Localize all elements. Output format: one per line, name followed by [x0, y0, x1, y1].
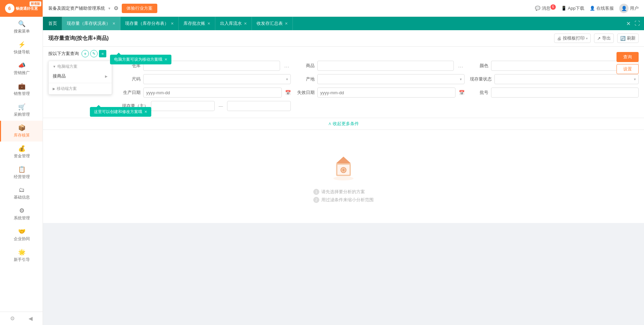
warehouse-dots[interactable]: … — [283, 63, 291, 69]
sidebar-item-system[interactable]: ⚙系统管理 — [0, 204, 43, 224]
tab-inventory-status[interactable]: 现存量（库存状况表） ✕ — [62, 17, 120, 30]
svg-point-0 — [333, 176, 354, 180]
query-btn[interactable]: 查询 — [616, 52, 639, 62]
stock-main-end[interactable] — [227, 101, 291, 111]
message-btn[interactable]: 💬 消息 6 — [535, 5, 556, 11]
mobile-scheme-label: 移动端方案 — [57, 86, 77, 92]
refresh-btn[interactable]: 🔄 刷新 — [617, 34, 639, 43]
message-badge: 6 — [550, 4, 556, 10]
tab-recv-send-summary[interactable]: 收发存汇总表 ✕ — [252, 17, 293, 30]
sidebar-item-marketing[interactable]: 📣营销推广 — [0, 58, 43, 79]
sidebar-item-inventory[interactable]: 📦库存核算 — [0, 121, 43, 142]
mobile-scheme-group[interactable]: ▶ 移动端方案 — [49, 85, 112, 93]
origin-label: 产地 — [296, 76, 315, 82]
product-input-area[interactable] — [317, 61, 454, 71]
expire-date-calendar-icon[interactable]: 📅 — [459, 90, 465, 95]
reset-btn[interactable]: 设置 — [616, 64, 639, 74]
tab-recv-send-summary-close[interactable]: ✕ — [285, 21, 288, 26]
filter-produce-date-row: 生产日期 📅 — [122, 88, 291, 98]
sidebar-label-search: 搜索菜单 — [14, 29, 30, 34]
sidebar-label-operations: 经营管理 — [14, 174, 30, 180]
sidebar-item-quick-nav[interactable]: ⚡快捷导航 — [0, 38, 43, 58]
industry-btn[interactable]: 体验行业方案 — [122, 4, 157, 13]
stock-main-start[interactable] — [151, 101, 215, 111]
sidebar-item-finance[interactable]: 💰资金管理 — [0, 142, 43, 162]
desktop-scheme-group[interactable]: ▼ 电脑端方案 — [49, 62, 112, 71]
tab-inventory-dist[interactable]: 现存量（库存分布表） ✕ — [120, 17, 179, 30]
tab-batch-account-close[interactable]: ✕ — [207, 21, 210, 26]
product-dots[interactable]: … — [457, 63, 465, 69]
collapse-arrow-icon: ▼ — [53, 65, 56, 68]
tab-home[interactable]: 首页 — [43, 17, 62, 30]
filter-stock-status-row: 现存量状态 — [470, 74, 639, 84]
tab-close-all-icon[interactable]: ✕ — [625, 19, 632, 28]
filter-header: 按以下方案查询 + ✎ « 电脑方案可设为移动方案哦 ✕ — [48, 50, 639, 57]
sidebar-badge: 标准版 — [30, 1, 41, 6]
system-dropdown-arrow[interactable]: ▾ — [108, 6, 110, 11]
app-download-btn[interactable]: 📱 App下载 — [561, 5, 584, 11]
header-left: 装备及固定资产辅助管理系统 ▾ ⚙ 体验行业方案 — [48, 4, 157, 13]
stock-status-select[interactable] — [494, 74, 639, 84]
filter-row4: 现存量（主） — — [122, 101, 639, 111]
export-btn[interactable]: ↗ 导出 — [594, 34, 614, 43]
sidebar-item-enterprise[interactable]: 🤝企业协同 — [0, 224, 43, 245]
sidebar-icon-sales: 💼 — [18, 83, 25, 90]
stock-status-select-wrap[interactable] — [494, 74, 639, 84]
size-select[interactable] — [143, 74, 291, 84]
online-service-btn[interactable]: 👤 在线客服 — [590, 5, 614, 11]
sidebar-item-purchase[interactable]: 🛒采购管理 — [0, 100, 43, 121]
edit-tooltip-close[interactable]: ✕ — [144, 110, 147, 114]
tab-fullscreen-icon[interactable]: ⛶ — [633, 19, 641, 28]
scheme-item-by-product[interactable]: 接商品 ▶ — [49, 71, 112, 82]
sidebar-logo: 6 畅捷通好生意 标准版 — [0, 0, 43, 17]
user-name: 用户 — [630, 5, 639, 11]
produce-date-start[interactable] — [143, 88, 282, 98]
expire-date-start[interactable] — [317, 88, 456, 98]
origin-select-wrap[interactable] — [317, 74, 465, 84]
collapse-sidebar-icon[interactable]: ◀ — [29, 315, 33, 322]
collapse-bar[interactable]: ∧ 收起更多条件 — [43, 118, 644, 130]
sidebar-item-base-info[interactable]: 🗂基础信息 — [0, 183, 43, 204]
product-label: 商品 — [296, 63, 315, 69]
sidebar-item-newbie[interactable]: 🌟新手引导 — [0, 245, 43, 266]
back-scheme-btn[interactable]: « — [99, 50, 106, 57]
edit-scheme-btn[interactable]: ✎ — [90, 50, 98, 57]
page-content: 现存量查询(按仓库+商品) 🖨 按模板打印 ▾ ↗ 导出 🔄 刷新 — [43, 30, 644, 325]
origin-select[interactable] — [317, 74, 465, 84]
sidebar-icon-newbie: 🌟 — [18, 249, 25, 256]
sidebar-item-operations[interactable]: 📋经营管理 — [0, 162, 43, 183]
template-print-btn[interactable]: 🖨 按模板打印 ▾ — [554, 34, 591, 43]
empty-text: 1 请先选择要分析的方案 2 用过滤条件来缩小分析范围 — [313, 189, 374, 203]
add-scheme-btn[interactable]: + — [82, 50, 89, 57]
size-select-wrap[interactable] — [143, 74, 291, 84]
tab-in-out-flow-close[interactable]: ✕ — [244, 21, 247, 26]
print-icon: 🖨 — [557, 36, 561, 41]
sidebar-icon-finance: 💰 — [18, 145, 25, 152]
tabs-bar: 首页 现存量（库存状况表） ✕ 现存量（库存分布表） ✕ 库存批次账 ✕ 出入库… — [43, 17, 644, 30]
header-gear-icon[interactable]: ⚙ — [114, 5, 118, 11]
scheme-item-label: 接商品 — [53, 73, 66, 79]
system-name: 装备及固定资产辅助管理系统 — [48, 5, 105, 11]
settings-icon[interactable]: ⚙ — [10, 315, 15, 322]
user-avatar: 👤 — [619, 4, 629, 13]
sidebar-label-inventory: 库存核算 — [14, 132, 30, 138]
tab-inventory-dist-close[interactable]: ✕ — [171, 21, 174, 26]
logo-text: 畅捷通好生意 — [16, 6, 38, 11]
filter-expire-date-row: 失效日期 📅 — [296, 88, 465, 98]
batch-input[interactable] — [491, 88, 639, 98]
tab-batch-account[interactable]: 库存批次账 ✕ — [179, 17, 215, 30]
phone-icon: 📱 — [561, 6, 567, 11]
page-title-bar: 现存量查询(按仓库+商品) 🖨 按模板打印 ▾ ↗ 导出 🔄 刷新 — [43, 30, 644, 47]
scheme-tooltip-close[interactable]: ✕ — [164, 57, 167, 62]
tab-in-out-flow[interactable]: 出入库流水 ✕ — [215, 17, 252, 30]
tabs-end-btns: ✕ ⛶ — [625, 19, 644, 28]
tab-inventory-status-close[interactable]: ✕ — [112, 21, 115, 26]
produce-date-calendar-icon[interactable]: 📅 — [285, 90, 291, 95]
header-right: 💬 消息 6 📱 App下载 👤 在线客服 👤 用户 — [535, 4, 639, 13]
sidebar-item-sales[interactable]: 💼销售管理 — [0, 79, 43, 100]
sidebar-icon-enterprise: 🤝 — [18, 228, 25, 235]
svg-marker-3 — [336, 157, 351, 163]
user-area[interactable]: 👤 用户 — [619, 4, 639, 13]
sidebar-item-search[interactable]: 🔍搜索菜单 — [0, 17, 43, 38]
sidebar-icon-quick-nav: ⚡ — [18, 41, 25, 48]
